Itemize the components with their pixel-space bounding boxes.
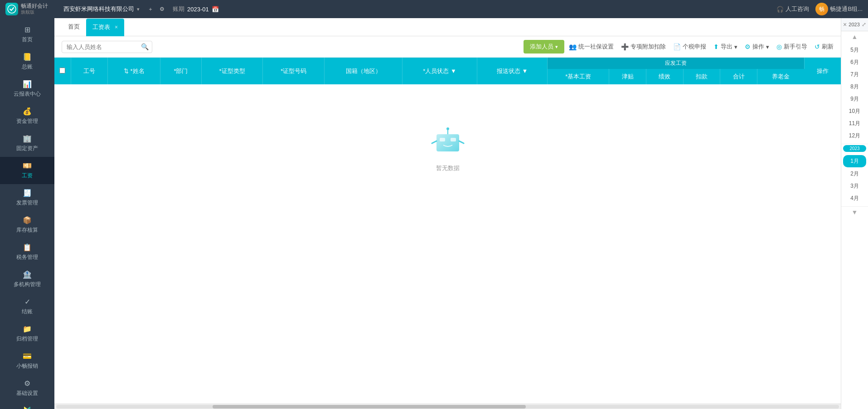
settings-icon-btn[interactable]: ⚙ <box>160 6 165 12</box>
add-person-button[interactable]: 添加人员 ▾ <box>524 40 564 54</box>
refresh-btn[interactable]: ↺ 刷新 <box>815 43 834 51</box>
calendar-icon[interactable]: 📅 <box>212 6 219 13</box>
deduct-icon: ➕ <box>621 43 629 50</box>
company-chevron-icon: ▾ <box>137 6 140 12</box>
content-area: 首页 工资表 × 🔍 添加人员 ▾ 👥 统一社保设置 <box>54 18 841 409</box>
prev-year-section: 5月 6月 7月 8月 9月 10月 11月 12月 <box>841 42 868 144</box>
deduct-btn[interactable]: ➕ 专项附加扣除 <box>621 43 666 51</box>
sidebar-item-ledger[interactable]: 📒 总账 <box>0 48 54 75</box>
sidebar-item-report[interactable]: 📊 云报表中心 <box>0 75 54 102</box>
sidebar-item-salary[interactable]: 💴 工资 <box>0 157 54 184</box>
sidebar-item-tax[interactable]: 📋 税务管理 <box>0 239 54 266</box>
sidebar-item-assets[interactable]: 🏢 固定资产 <box>0 130 54 157</box>
th-allowance: 津贴 <box>609 69 646 84</box>
assets-icon: 🏢 <box>23 134 32 143</box>
month-11[interactable]: 11月 <box>841 117 868 130</box>
table-header-row1: 工号 ⇅ *姓名 *部门 *证型类型 *证型号码 国籍（地区） *人员状态 ▼ … <box>54 58 841 69</box>
sidebar-item-funds[interactable]: 💰 资金管理 <box>0 102 54 130</box>
sidebar-item-guide[interactable]: 🔰 新手引导 <box>0 402 54 409</box>
th-person-status: *人员状态 ▼ <box>402 58 477 84</box>
sidebar-item-settings[interactable]: ⚙ 基础设置 <box>0 375 54 402</box>
th-country: 国籍（地区） <box>325 58 402 84</box>
month-9[interactable]: 9月 <box>841 93 868 105</box>
social-settings-btn[interactable]: 👥 统一社保设置 <box>569 43 614 51</box>
scroll-thumb <box>213 405 526 409</box>
month-6[interactable]: 6月 <box>841 56 868 68</box>
sidebar-label-multi: 多机构管理 <box>14 281 41 288</box>
export-btn[interactable]: ⬆ 导出 ▾ <box>713 43 737 51</box>
ledger-icon: 📒 <box>23 53 32 61</box>
company-selector[interactable]: 西安虾米网络科技有限公司 ▾ <box>60 5 143 13</box>
guide-label: 新手引导 <box>784 43 807 51</box>
month-1-current[interactable]: 1月 <box>843 155 866 167</box>
sidebar-item-multi[interactable]: 🏦 多机构管理 <box>0 266 54 293</box>
month-5[interactable]: 5月 <box>841 44 868 56</box>
month-3-current[interactable]: 3月 <box>841 180 868 192</box>
header-actions: ＋ ⚙ <box>143 5 169 13</box>
tab-salary-table[interactable]: 工资表 × <box>86 19 124 37</box>
guide-btn[interactable]: ◎ 新手引导 <box>776 43 807 51</box>
tax-icon-toolbar: 📄 <box>673 43 681 50</box>
table-container: 工号 ⇅ *姓名 *部门 *证型类型 *证型号码 国籍（地区） *人员状态 ▼ … <box>54 58 841 404</box>
user-avatar: 畅 <box>815 3 828 15</box>
month-8[interactable]: 8月 <box>841 81 868 93</box>
th-checkbox[interactable] <box>54 58 71 84</box>
th-id-type: *证型类型 <box>201 58 263 84</box>
sidebar-item-archive[interactable]: 📁 归档管理 <box>0 320 54 347</box>
ops-label: 操作 <box>752 43 764 51</box>
add-person-chevron-icon: ▾ <box>555 44 558 50</box>
settings-sidebar-icon: ⚙ <box>24 379 30 388</box>
logo-area: 畅通好会计 旗舰版 <box>5 3 60 15</box>
expense-icon: 💳 <box>23 352 32 360</box>
th-name: ⇅ *姓名 <box>108 58 160 84</box>
sidebar-item-inventory[interactable]: 📦 库存核算 <box>0 211 54 239</box>
export-icon: ⬆ <box>713 43 719 50</box>
deduct-label: 专项附加扣除 <box>630 43 666 51</box>
empty-state: 暂无数据 <box>54 84 841 209</box>
app-name: 畅通好会计 <box>21 3 48 9</box>
filter-icon-status[interactable]: ▼ <box>451 68 456 74</box>
sidebar-item-expense[interactable]: 💳 小畅报销 <box>0 347 54 375</box>
month-2-current[interactable]: 2月 <box>841 168 868 180</box>
add-company-btn[interactable]: ＋ <box>148 5 153 13</box>
bottom-scrollbar[interactable] <box>54 404 841 409</box>
right-panel-expand-btn[interactable]: ⤢ <box>862 21 866 28</box>
gear-icon: ⚙ <box>160 6 165 12</box>
empty-text: 暂无数据 <box>436 164 460 172</box>
tax-report-btn[interactable]: 📄 个税申报 <box>673 43 706 51</box>
invoice-icon: 🧾 <box>23 189 32 197</box>
month-4-current[interactable]: 4月 <box>841 192 868 204</box>
panel-scroll-down-btn[interactable]: ▼ <box>841 207 868 218</box>
month-10[interactable]: 10月 <box>841 105 868 117</box>
human-service-btn[interactable]: 🎧 人工咨询 <box>776 5 809 13</box>
social-icon: 👥 <box>569 43 577 50</box>
search-icon[interactable]: 🔍 <box>141 43 149 50</box>
sidebar-item-home[interactable]: ⊞ 首页 <box>0 21 54 48</box>
empty-cell: 暂无数据 <box>54 84 841 209</box>
filter-icon-report[interactable]: ▼ <box>522 68 528 74</box>
select-all-checkbox[interactable] <box>59 68 65 73</box>
current-year-section: 1月 2月 3月 4月 <box>841 153 868 207</box>
ops-chevron-icon: ▾ <box>766 44 769 50</box>
tax-label: 个税申报 <box>683 43 706 51</box>
panel-scroll-up-btn[interactable]: ▲ <box>841 31 868 42</box>
tab-close-btn[interactable]: × <box>115 24 118 30</box>
user-avatar-area[interactable]: 畅 畅捷通B组... <box>815 3 863 15</box>
sidebar-label-report: 云报表中心 <box>14 90 41 98</box>
tab-home-label: 首页 <box>68 23 80 31</box>
month-7[interactable]: 7月 <box>841 68 868 81</box>
right-panel-close-btn[interactable]: × <box>843 21 847 28</box>
tab-salary-label: 工资表 <box>92 23 110 31</box>
search-wrap: 🔍 <box>62 41 152 53</box>
sidebar-item-close[interactable]: ✓ 结账 <box>0 293 54 320</box>
sidebar-item-invoice[interactable]: 🧾 发票管理 <box>0 184 54 211</box>
search-input[interactable] <box>62 41 152 53</box>
th-pension: 养老金 <box>757 69 804 84</box>
operations-btn[interactable]: ⚙ 操作 ▾ <box>745 43 769 51</box>
tab-home[interactable]: 首页 <box>62 18 86 36</box>
right-panel-current-period: 2023 <box>849 22 859 27</box>
toolbar-actions: 👥 统一社保设置 ➕ 专项附加扣除 📄 个税申报 ⬆ 导出 ▾ ⚙ <box>569 43 834 51</box>
month-12[interactable]: 12月 <box>841 130 868 142</box>
archive-icon: 📁 <box>23 325 32 333</box>
th-report-status: 报送状态 ▼ <box>477 58 548 84</box>
